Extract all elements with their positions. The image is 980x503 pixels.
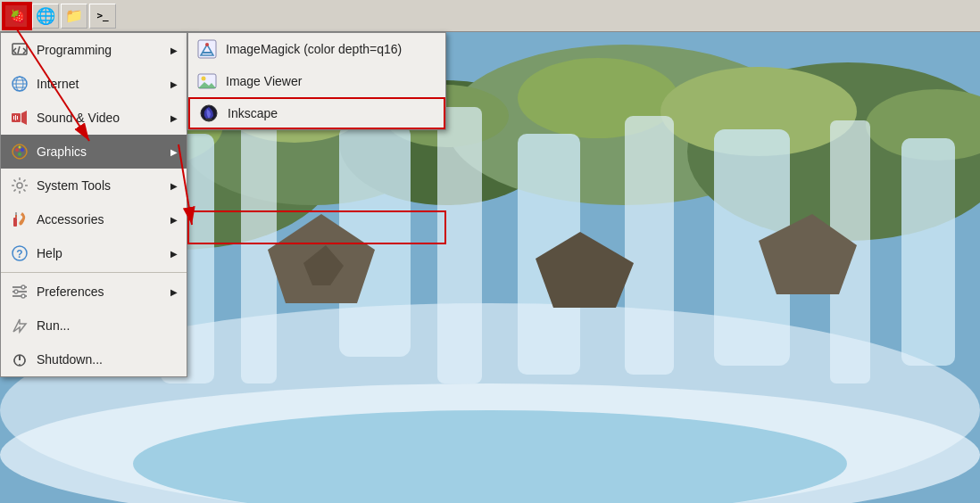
svg-rect-59 <box>203 52 212 54</box>
browser-btn[interactable]: 🌐 <box>32 4 59 29</box>
shutdown-label: Shutdown... <box>37 352 178 367</box>
files-btn[interactable]: 📁 <box>61 4 87 29</box>
svg-point-61 <box>202 77 206 81</box>
menu-item-programming[interactable]: Programming ▶ <box>1 33 187 67</box>
run-icon <box>10 316 29 335</box>
graphics-label: Graphics <box>37 144 170 159</box>
menu-item-shutdown[interactable]: Shutdown... <box>1 342 187 376</box>
svg-marker-37 <box>21 111 27 125</box>
graphics-icon <box>10 142 29 161</box>
menu-item-accessories[interactable]: Accessories ▶ <box>1 202 187 236</box>
submenu-item-inkscape[interactable]: Inkscape <box>188 97 445 129</box>
programming-label: Programming <box>37 43 170 57</box>
preferences-chevron: ▶ <box>170 287 178 297</box>
svg-point-52 <box>14 290 18 293</box>
image-viewer-icon <box>197 71 217 91</box>
inkscape-icon <box>199 103 219 123</box>
preferences-label: Preferences <box>37 284 170 299</box>
accessories-chevron: ▶ <box>170 215 178 225</box>
svg-point-64 <box>205 119 212 121</box>
system-tools-icon <box>10 176 29 195</box>
imagemagick-icon <box>197 39 217 59</box>
sound-video-label: Sound & Video <box>37 111 170 125</box>
system-tools-label: System Tools <box>37 178 170 193</box>
menu-item-help[interactable]: ? Help ▶ <box>1 236 187 270</box>
main-menu: Programming ▶ Internet ▶ Sound & Video ▶… <box>0 32 187 377</box>
run-label: Run... <box>37 318 178 333</box>
preferences-icon <box>10 282 29 301</box>
menu-item-graphics[interactable]: Graphics ▶ <box>1 135 187 169</box>
programming-chevron: ▶ <box>170 45 178 55</box>
menu-divider-1 <box>1 272 187 273</box>
taskbar: 🍓 🌐 📁 >_ <box>0 0 980 32</box>
svg-text:?: ? <box>16 248 22 260</box>
menu-item-internet[interactable]: Internet ▶ <box>1 67 187 101</box>
svg-rect-20 <box>901 138 955 366</box>
help-label: Help <box>37 246 170 260</box>
internet-icon <box>10 74 29 94</box>
help-icon: ? <box>10 243 29 263</box>
svg-rect-43 <box>13 218 17 227</box>
globe-icon: 🌐 <box>36 6 55 26</box>
svg-point-38 <box>15 148 19 152</box>
svg-rect-44 <box>15 215 17 218</box>
menu-item-system-tools[interactable]: System Tools ▶ <box>1 169 187 202</box>
svg-point-41 <box>19 146 21 149</box>
accessories-icon <box>10 210 29 229</box>
imagemagick-label: ImageMagick (color depth=q16) <box>226 42 402 56</box>
raspberry-menu-btn[interactable]: 🍓 <box>4 4 30 29</box>
sound-video-icon <box>10 108 29 128</box>
image-viewer-label: Image Viewer <box>226 74 302 88</box>
svg-point-53 <box>21 294 25 298</box>
svg-point-40 <box>18 153 21 156</box>
terminal-btn[interactable]: >_ <box>89 4 116 29</box>
svg-point-51 <box>21 285 25 289</box>
internet-label: Internet <box>37 77 170 91</box>
submenu-graphics: ImageMagick (color depth=q16) Image View… <box>187 32 446 130</box>
svg-point-55 <box>19 364 21 366</box>
accessories-label: Accessories <box>37 212 170 227</box>
menu-item-sound-video[interactable]: Sound & Video ▶ <box>1 101 187 135</box>
shutdown-icon <box>10 350 29 369</box>
internet-chevron: ▶ <box>170 79 178 89</box>
help-chevron: ▶ <box>170 249 178 259</box>
folder-icon: 📁 <box>65 7 83 24</box>
inkscape-label: Inkscape <box>228 106 278 120</box>
submenu-item-image-viewer[interactable]: Image Viewer <box>188 65 445 97</box>
menu-item-preferences[interactable]: Preferences ▶ <box>1 275 187 309</box>
svg-point-42 <box>17 183 22 188</box>
menu-item-run[interactable]: Run... <box>1 309 187 342</box>
programming-icon <box>10 40 29 60</box>
terminal-icon: >_ <box>96 10 108 21</box>
sound-video-chevron: ▶ <box>170 113 178 123</box>
svg-point-58 <box>205 43 209 46</box>
graphics-chevron: ▶ <box>170 147 178 157</box>
system-tools-chevron: ▶ <box>170 181 178 191</box>
submenu-item-imagemagick[interactable]: ImageMagick (color depth=q16) <box>188 33 445 65</box>
svg-point-39 <box>21 148 24 152</box>
